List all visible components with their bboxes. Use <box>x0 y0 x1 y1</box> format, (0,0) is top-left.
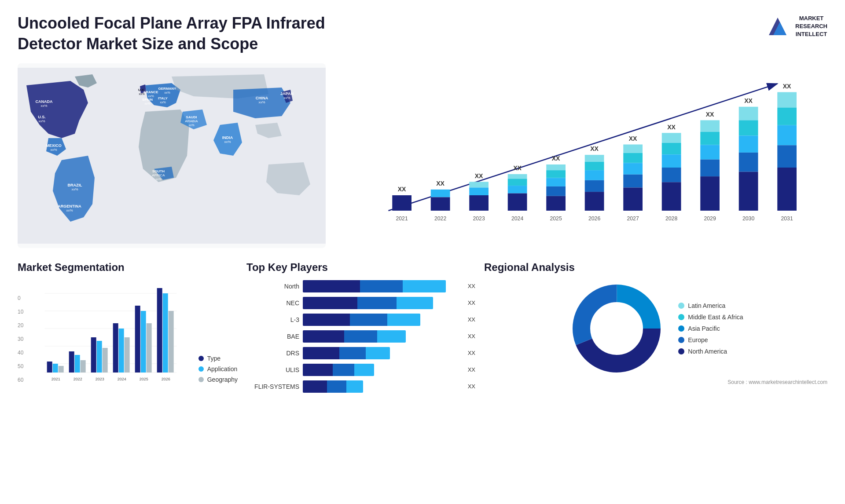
svg-rect-81 <box>662 182 681 211</box>
svg-rect-51 <box>508 179 527 186</box>
player-row-ulis: ULIS XX <box>246 364 475 376</box>
seg-y-axis: 60 50 40 30 20 10 0 <box>18 295 23 392</box>
svg-text:2023: 2023 <box>96 377 104 381</box>
legend-dot-type <box>198 356 204 361</box>
svg-rect-93 <box>739 135 758 153</box>
svg-text:JAPAN: JAPAN <box>280 91 294 96</box>
svg-text:2027: 2027 <box>627 215 639 221</box>
player-row-nec: NEC XX <box>246 297 475 309</box>
svg-rect-46 <box>469 187 489 195</box>
player-xx-north: XX <box>468 283 475 289</box>
player-row-drs: DRS XX <box>246 347 475 359</box>
svg-text:2025: 2025 <box>140 377 148 381</box>
svg-text:2021: 2021 <box>51 377 60 381</box>
player-name-bae: BAE <box>246 333 299 340</box>
svg-text:XX: XX <box>590 145 599 152</box>
player-bar-drs <box>303 347 462 359</box>
regional-container: Regional Analysis <box>484 257 827 491</box>
svg-text:2026: 2026 <box>588 215 600 221</box>
legend-item-application: Application <box>198 365 238 373</box>
player-bar-ulis <box>303 364 462 376</box>
svg-rect-78 <box>662 143 681 154</box>
svg-text:MEXICO: MEXICO <box>46 143 62 148</box>
svg-rect-119 <box>97 341 102 373</box>
svg-text:xx%: xx% <box>188 124 194 127</box>
legend-middle-east-africa: Middle East & Africa <box>678 314 743 321</box>
svg-rect-130 <box>157 288 162 373</box>
svg-rect-77 <box>662 133 681 143</box>
svg-text:2022: 2022 <box>434 215 446 221</box>
logo-text: MARKET RESEARCH INTELLECT <box>795 15 827 39</box>
player-bar-nec <box>303 297 462 309</box>
svg-text:xx%: xx% <box>224 140 231 144</box>
player-name-drs: DRS <box>246 350 299 357</box>
map-container: CANADA xx% U.S. xx% MEXICO xx% BRAZIL xx… <box>18 63 326 248</box>
svg-rect-60 <box>546 196 566 210</box>
dot-middle-east-africa <box>678 314 684 320</box>
player-name-north: North <box>246 283 299 290</box>
dot-north-america <box>678 348 684 354</box>
svg-text:BRAZIL: BRAZIL <box>68 183 82 187</box>
seg-chart-area: 60 50 40 30 20 10 0 <box>18 280 238 392</box>
svg-rect-111 <box>53 364 58 373</box>
legend-asia-pacific: Asia Pacific <box>678 325 743 332</box>
svg-text:SAUDI: SAUDI <box>186 115 197 119</box>
svg-rect-124 <box>125 337 130 373</box>
svg-rect-71 <box>623 153 643 163</box>
svg-text:2028: 2028 <box>665 215 677 221</box>
players-title: Top Key Players <box>246 261 475 274</box>
legend-north-america: North America <box>678 348 743 355</box>
svg-text:XX: XX <box>744 97 753 104</box>
svg-text:XX: XX <box>398 186 406 193</box>
logo-area: MARKET RESEARCH INTELLECT <box>764 13 827 40</box>
bottom-section: Market Segmentation 60 50 40 30 20 10 0 <box>18 257 827 491</box>
svg-rect-63 <box>585 155 604 162</box>
top-section: CANADA xx% U.S. xx% MEXICO xx% BRAZIL xx… <box>18 63 827 248</box>
player-name-nec: NEC <box>246 299 299 307</box>
svg-point-139 <box>592 304 641 353</box>
player-bar-north <box>303 280 462 292</box>
svg-text:INDIA: INDIA <box>222 135 233 140</box>
svg-text:XX: XX <box>552 155 560 162</box>
donut-chart-svg <box>568 280 665 377</box>
svg-text:CANADA: CANADA <box>36 99 53 104</box>
legend-item-type: Type <box>198 355 238 362</box>
svg-text:FRANCE: FRANCE <box>143 90 158 94</box>
svg-rect-80 <box>662 168 681 182</box>
svg-rect-64 <box>585 161 604 170</box>
svg-rect-41 <box>431 189 450 197</box>
svg-text:xx%: xx% <box>71 187 78 191</box>
svg-rect-101 <box>777 145 797 168</box>
player-xx-ulis: XX <box>468 366 475 373</box>
svg-rect-115 <box>75 355 80 373</box>
svg-text:xx%: xx% <box>164 91 170 94</box>
svg-rect-114 <box>69 351 74 373</box>
svg-rect-86 <box>700 145 720 159</box>
svg-text:2022: 2022 <box>73 377 82 381</box>
player-name-flir: FLIR-SYSTEMS <box>246 383 299 390</box>
svg-text:2023: 2023 <box>473 215 485 221</box>
regional-title: Regional Analysis <box>484 261 827 274</box>
svg-rect-57 <box>546 170 566 178</box>
svg-text:XX: XX <box>667 123 676 130</box>
svg-rect-88 <box>700 176 720 211</box>
svg-rect-85 <box>700 131 720 145</box>
svg-rect-122 <box>113 323 118 373</box>
dot-asia-pacific <box>678 325 684 332</box>
svg-rect-67 <box>585 192 604 211</box>
svg-text:xx%: xx% <box>160 101 165 104</box>
player-row-l3: L-3 XX <box>246 314 475 326</box>
bar-chart-svg: XX 2021 XX 2022 XX <box>343 72 819 226</box>
svg-text:2031: 2031 <box>781 215 793 221</box>
player-name-l3: L-3 <box>246 316 299 323</box>
svg-rect-74 <box>623 187 643 211</box>
svg-rect-42 <box>431 197 450 211</box>
svg-rect-131 <box>163 293 168 373</box>
svg-text:xx%: xx% <box>283 96 290 100</box>
svg-rect-45 <box>469 182 489 187</box>
svg-rect-79 <box>662 154 681 168</box>
svg-text:XX: XX <box>513 164 522 172</box>
legend-latin-america: Latin America <box>678 302 743 309</box>
svg-text:XX: XX <box>783 82 791 89</box>
svg-text:2021: 2021 <box>396 215 408 221</box>
